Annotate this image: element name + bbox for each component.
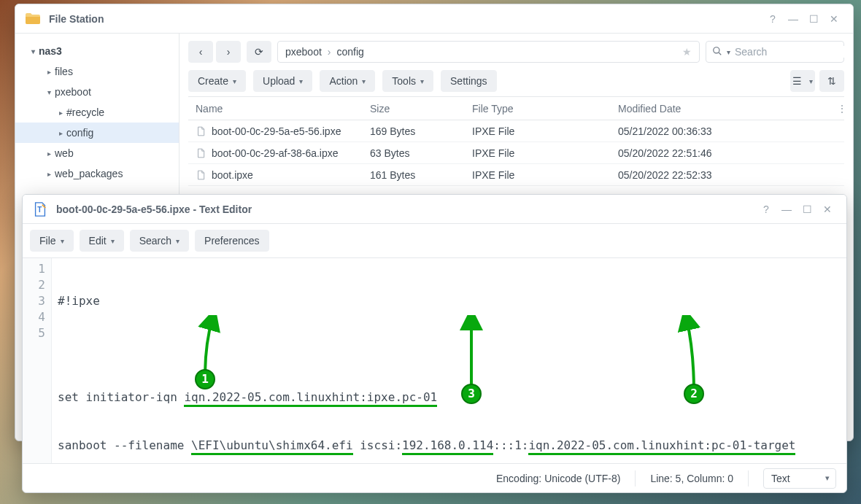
sidebar-item-label: #recycle [66, 106, 104, 118]
maximize-icon[interactable]: ☐ [803, 9, 824, 29]
chevron-right-icon: ▸ [45, 170, 53, 178]
caret-down-icon: ▾ [809, 77, 813, 85]
code-content[interactable]: #!ipxe set initiator-iqn iqn.2022-05.com… [52, 258, 846, 463]
chevron-right-icon: ▸ [45, 150, 53, 158]
caret-down-icon: ▾ [176, 237, 179, 245]
texteditor-icon: T [31, 201, 49, 218]
col-size[interactable]: Size [363, 103, 465, 115]
col-name[interactable]: Name [188, 103, 363, 115]
texteditor-window: T boot-00-0c-29-5a-e5-56.ipxe - Text Edi… [22, 194, 847, 493]
file-modified: 05/20/2022 22:51:46 [611, 147, 830, 159]
sidebar-item-files[interactable]: ▸ files [15, 61, 179, 82]
sidebar-item-webpackages[interactable]: ▸ web_packages [15, 163, 179, 184]
texteditor-statusbar: Encoding: Unicode (UTF-8) Line: 5, Colum… [23, 463, 846, 492]
callout-3: 3 [461, 384, 482, 404]
table-row[interactable]: boot-00-0c-29-af-38-6a.ipxe 63 Bytes IPX… [188, 142, 844, 164]
filestation-actions: Create▾ Upload▾ Action▾ Tools▾ Settings … [188, 70, 844, 92]
minimize-icon[interactable]: — [776, 199, 797, 220]
file-menu[interactable]: File▾ [30, 230, 74, 252]
star-icon[interactable]: ★ [682, 46, 692, 58]
minimize-icon[interactable]: — [783, 9, 803, 29]
breadcrumb-part[interactable]: pxeboot [285, 46, 322, 58]
file-size: 161 Bytes [363, 169, 465, 181]
search-icon [712, 46, 722, 58]
upload-button[interactable]: Upload▾ [253, 70, 312, 92]
texteditor-titlebar: T boot-00-0c-29-5a-e5-56.ipxe - Text Edi… [23, 195, 846, 224]
search-input[interactable] [735, 46, 854, 58]
sidebar-item-web[interactable]: ▸ web [15, 143, 179, 163]
sidebar-item-label: web [55, 147, 74, 159]
help-icon[interactable]: ? [762, 9, 783, 29]
action-button[interactable]: Action▾ [320, 70, 375, 92]
edit-menu[interactable]: Edit▾ [80, 230, 124, 252]
sidebar-item-label: config [66, 127, 93, 139]
back-button[interactable]: ‹ [188, 41, 213, 63]
file-icon [196, 125, 206, 138]
sidebar-item-recycle[interactable]: ▸ #recycle [15, 102, 179, 123]
folder-icon [24, 10, 42, 28]
chevron-down-icon: ▾ [45, 88, 53, 96]
settings-button[interactable]: Settings [441, 70, 497, 92]
preferences-menu[interactable]: Preferences [195, 230, 269, 252]
code-line: #!ipxe [58, 293, 841, 309]
create-button[interactable]: Create▾ [188, 70, 246, 92]
chevron-right-icon: › [328, 46, 331, 58]
separator [635, 470, 636, 486]
search-box[interactable]: ▾ [706, 41, 844, 63]
caret-down-icon: ▾ [111, 237, 115, 245]
columns-menu-icon[interactable]: ⋮ [830, 103, 844, 115]
breadcrumb[interactable]: pxeboot › config ★ [277, 41, 700, 63]
caret-down-icon: ▾ [61, 237, 64, 245]
refresh-button[interactable]: ⟳ [247, 41, 271, 63]
iqn-initiator: iqn.2022-05.com.linuxhint:ipxe.pc-01 [184, 390, 437, 407]
tools-button[interactable]: Tools▾ [382, 70, 433, 92]
svg-text:T: T [37, 205, 42, 213]
sidebar-item-pxeboot[interactable]: ▾ pxeboot [15, 82, 179, 102]
sidebar-item-label: web_packages [55, 168, 123, 179]
sidebar-root[interactable]: ▾ nas3 [15, 41, 179, 61]
search-menu[interactable]: Search▾ [130, 230, 189, 252]
file-icon [196, 147, 206, 160]
chevron-right-icon: ▸ [45, 68, 53, 76]
texteditor-title: boot-00-0c-29-5a-e5-56.ipxe - Text Edito… [56, 203, 252, 215]
language-select[interactable]: Text [763, 468, 836, 489]
col-type[interactable]: File Type [465, 103, 611, 115]
list-icon: ☰ [792, 75, 802, 87]
breadcrumb-part[interactable]: config [337, 46, 364, 58]
caret-down-icon: ▾ [233, 77, 236, 85]
filestation-titlebar: File Station ? — ☐ ✕ [15, 4, 853, 34]
file-type: IPXE File [465, 169, 611, 181]
file-name: boot.ipxe [212, 169, 253, 181]
table-row[interactable]: boot-00-0c-29-5a-e5-56.ipxe 169 Bytes IP… [188, 120, 844, 142]
code-line: sanboot --filename \EFI\ubuntu\shimx64.e… [58, 438, 841, 454]
editor-area[interactable]: 12345 #!ipxe set initiator-iqn iqn.2022-… [23, 258, 846, 463]
sort-button[interactable]: ⇅ [819, 70, 844, 92]
status-position: Line: 5, Column: 0 [650, 473, 733, 484]
caret-down-icon: ▾ [420, 77, 424, 85]
close-icon[interactable]: ✕ [824, 9, 844, 29]
status-encoding: Encoding: Unicode (UTF-8) [496, 473, 620, 484]
caret-down-icon[interactable]: ▾ [727, 48, 730, 56]
close-icon[interactable]: ✕ [817, 199, 838, 220]
help-icon[interactable]: ? [756, 199, 776, 220]
caret-down-icon: ▾ [362, 77, 366, 85]
file-modified: 05/21/2022 00:36:33 [611, 125, 830, 137]
sort-icon: ⇅ [827, 75, 836, 87]
sidebar-item-config[interactable]: ▸ config [15, 123, 179, 143]
iqn-target: iqn.2022-05.com.linuxhint:pc-01-target [528, 438, 795, 455]
table-row[interactable]: boot.ipxe 161 Bytes IPXE File 05/20/2022… [188, 164, 844, 186]
view-list-button[interactable]: ☰▾ [790, 70, 815, 92]
col-modified[interactable]: Modified Date [611, 103, 830, 115]
callout-2: 2 [684, 384, 704, 404]
file-icon [196, 168, 206, 182]
caret-down-icon: ▾ [299, 77, 303, 85]
file-name: boot-00-0c-29-af-38-6a.ipxe [212, 147, 339, 159]
sidebar-item-label: files [55, 66, 73, 77]
file-type: IPXE File [465, 147, 611, 159]
maximize-icon[interactable]: ☐ [797, 199, 817, 220]
file-name: boot-00-0c-29-5a-e5-56.ipxe [212, 125, 341, 137]
forward-button[interactable]: › [216, 41, 241, 63]
separator [748, 470, 749, 486]
callout-1: 1 [195, 369, 215, 389]
refresh-icon: ⟳ [255, 46, 263, 58]
